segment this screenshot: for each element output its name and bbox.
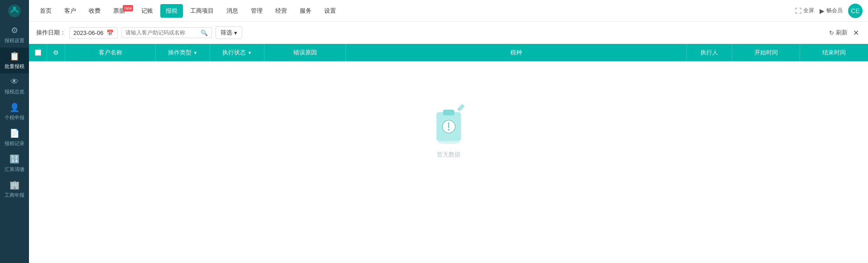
sidebar-item-huisuanjiesuan[interactable]: 🔢 汇算清缴	[0, 151, 29, 176]
sidebar-item-baoshuijilu[interactable]: 📄 报税记录	[0, 125, 29, 151]
empty-state: 暂无数据	[408, 82, 489, 177]
baoshuijilu-icon: 📄	[10, 128, 19, 138]
nav-item-jizhang[interactable]: 记账	[136, 4, 158, 18]
select-all-checkbox[interactable]	[35, 49, 41, 56]
sidebar-item-geshuishenbao[interactable]: 👤 个税申报	[0, 99, 29, 125]
date-label: 操作日期：	[36, 29, 66, 37]
sidebar-item-label: 工商年报	[5, 192, 24, 199]
member-label: 畅会员	[826, 7, 843, 15]
baoshuizonglan-icon: 👁	[10, 77, 19, 87]
fullscreen-label: 全屏	[803, 7, 814, 15]
sidebar-item-label: 报税记录	[5, 140, 24, 147]
table-body: 暂无数据	[29, 61, 868, 197]
close-button[interactable]: ✕	[851, 29, 861, 37]
nav-item-xiaoxi[interactable]: 消息	[221, 4, 244, 18]
column-checkbox[interactable]	[29, 44, 47, 61]
member-button[interactable]: ▶ 畅会员	[820, 7, 843, 15]
baoshuishezhi-icon: ⚙	[11, 25, 18, 35]
nav-item-jingying[interactable]: 经营	[270, 4, 293, 18]
geshuishenbao-icon: 👤	[10, 102, 19, 112]
empty-icon	[426, 100, 471, 145]
content: 操作日期： 2023-06-06 📅 🔍 筛选 ▾ ↻ 刷新 ✕	[29, 22, 868, 263]
sidebar-item-label: 汇算清缴	[5, 166, 24, 173]
filter-button[interactable]: 筛选 ▾	[216, 26, 242, 39]
column-customer-name: 客户名称	[65, 44, 156, 61]
fullscreen-icon: ⛶	[795, 7, 801, 15]
avatar[interactable]: CE	[848, 4, 863, 18]
nav-right: ⛶ 全屏 ▶ 畅会员 CE	[795, 4, 863, 18]
sort-icon: ▼	[193, 50, 198, 55]
main-area: 首页 客户 收费 票据 new 记账 报税 工商项目 消息 管理 经营 服务 设…	[29, 0, 868, 263]
sidebar-item-baoshuishezhi[interactable]: ⚙ 报税设置	[0, 22, 29, 48]
chevron-down-icon: ▾	[234, 29, 237, 36]
refresh-label: 刷新	[836, 29, 848, 37]
sidebar-logo	[0, 0, 29, 22]
column-tax-type: 税种	[346, 44, 687, 61]
date-value: 2023-06-06	[73, 29, 104, 36]
search-box: 🔍	[121, 27, 212, 38]
filter-label: 筛选	[221, 29, 232, 37]
svg-rect-5	[443, 110, 454, 116]
sidebar: ⚙ 报税设置 📋 批量报税 👁 报税总览 👤 个税申报 📄 报税记录 🔢 汇算清…	[0, 0, 29, 263]
sidebar-item-label: 个税申报	[5, 114, 24, 121]
nav-item-customer[interactable]: 客户	[59, 4, 82, 18]
nav-item-piaoju[interactable]: 票据 new	[108, 4, 134, 18]
toolbar: 操作日期： 2023-06-06 📅 🔍 筛选 ▾ ↻ 刷新 ✕	[29, 22, 868, 44]
nav-item-shoufei[interactable]: 收费	[83, 4, 106, 18]
gongshangnianbaoj-icon: 🏢	[10, 180, 19, 190]
nav-item-gongshangxiangmu[interactable]: 工商项目	[185, 4, 219, 18]
nav-item-baoshui[interactable]: 报税	[160, 4, 183, 18]
column-end-time: 结束时间	[800, 44, 868, 61]
sidebar-item-baoshuizonglan[interactable]: 👁 报税总览	[0, 73, 29, 99]
svg-point-0	[8, 5, 21, 17]
svg-point-10	[437, 141, 460, 144]
table-container: ⚙ 客户名称 操作类型 ▼ 执行状态 ▼ 错误原因 税种	[29, 44, 868, 263]
column-settings[interactable]: ⚙	[47, 44, 65, 61]
sidebar-item-label: 批量报税	[5, 63, 24, 70]
column-start-time: 开始时间	[732, 44, 800, 61]
top-nav: 首页 客户 收费 票据 new 记账 报税 工商项目 消息 管理 经营 服务 设…	[29, 0, 868, 22]
sidebar-item-label: 报税设置	[5, 37, 24, 44]
refresh-button[interactable]: ↻ 刷新	[829, 29, 848, 37]
sidebar-item-piliangshuishui[interactable]: 📋 批量报税	[0, 48, 29, 73]
column-operation-type[interactable]: 操作类型 ▼	[156, 44, 210, 61]
sort-icon: ▼	[248, 50, 252, 55]
nav-item-homepage[interactable]: 首页	[34, 4, 57, 18]
column-error-reason: 错误原因	[264, 44, 346, 61]
nav-item-guanli[interactable]: 管理	[245, 4, 268, 18]
huisuanjiesuan-icon: 🔢	[10, 154, 19, 164]
nav-items: 首页 客户 收费 票据 new 记账 报税 工商项目 消息 管理 经营 服务 设…	[34, 4, 795, 18]
search-input[interactable]	[125, 28, 201, 38]
new-badge: new	[123, 5, 133, 11]
nav-item-fuwu[interactable]: 服务	[294, 4, 317, 18]
piliangshuishui-icon: 📋	[10, 51, 19, 61]
sidebar-item-label: 报税总览	[5, 88, 24, 95]
calendar-icon: 📅	[106, 29, 114, 36]
column-exec-status[interactable]: 执行状态 ▼	[210, 44, 264, 61]
column-executor: 执行人	[687, 44, 732, 61]
search-icon: 🔍	[201, 29, 208, 36]
svg-point-1	[13, 7, 16, 10]
refresh-icon: ↻	[829, 29, 834, 36]
sidebar-item-gongshangnianbaoj[interactable]: 🏢 工商年报	[0, 176, 29, 202]
empty-text: 暂无数据	[437, 151, 460, 159]
svg-point-9	[448, 129, 450, 131]
table-header: ⚙ 客户名称 操作类型 ▼ 执行状态 ▼ 错误原因 税种	[29, 44, 868, 61]
nav-item-shezhi[interactable]: 设置	[319, 4, 341, 18]
settings-icon: ⚙	[53, 49, 59, 56]
fullscreen-button[interactable]: ⛶ 全屏	[795, 7, 814, 15]
member-icon: ▶	[820, 7, 825, 15]
date-picker[interactable]: 2023-06-06 📅	[69, 27, 118, 39]
svg-rect-3	[457, 104, 465, 112]
